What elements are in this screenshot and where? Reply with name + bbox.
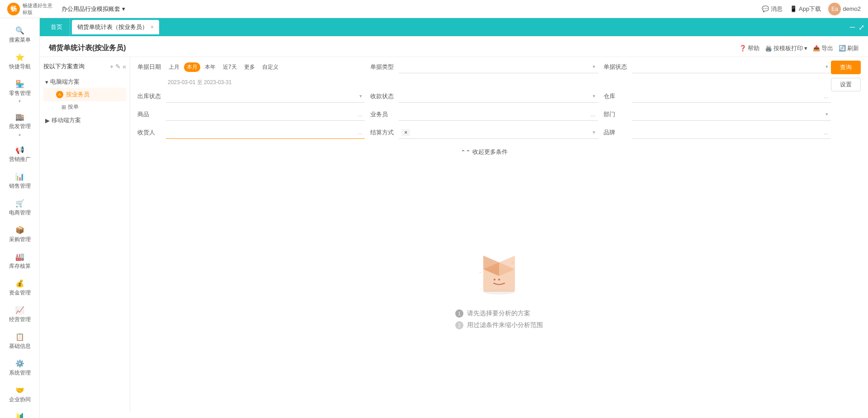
ellipsis-icon[interactable]: ... bbox=[358, 129, 362, 136]
sidebar-item-search[interactable]: 🔍 搜索菜单 bbox=[0, 22, 39, 48]
scheme-desktop-group-title[interactable]: ▾ 电脑端方案 bbox=[43, 76, 126, 88]
page-content: 销货单统计表(按业务员) ❓ 帮助 🖨️ 按模板打印 ▾ 📤 bbox=[40, 36, 868, 418]
scheme-header-icons: + ✎ « bbox=[110, 63, 126, 70]
print-icon: 🖨️ bbox=[765, 45, 772, 52]
payment-status-select[interactable]: ▾ bbox=[399, 90, 598, 103]
help-btn[interactable]: ❓ 帮助 bbox=[739, 44, 760, 52]
step-2-num: 2 bbox=[455, 321, 463, 329]
collapse-btn[interactable]: ⌃⌃ 收起更多条件 bbox=[461, 148, 508, 156]
warehouse-input[interactable]: ... bbox=[632, 90, 831, 103]
user-menu-btn[interactable]: Ea demo2 bbox=[828, 3, 861, 15]
filter-salesperson: 业务员 ... bbox=[370, 108, 598, 121]
app-selector[interactable]: 办公用品行业模拟账套 ▾ bbox=[61, 5, 125, 13]
sidebar-item-basic[interactable]: 📋 基础信息 bbox=[0, 328, 39, 355]
sidebar-item-inventory[interactable]: 🏭 库存核算 bbox=[0, 248, 39, 275]
filter-doc-status: 单据状态 ▾ bbox=[604, 61, 831, 73]
add-scheme-icon[interactable]: + bbox=[110, 63, 113, 70]
collapse-scheme-icon[interactable]: « bbox=[123, 63, 126, 70]
step-1-num: 1 bbox=[455, 309, 463, 318]
app-download-btn[interactable]: 📱 App下载 bbox=[790, 5, 821, 13]
department-select[interactable]: ▾ bbox=[632, 108, 831, 121]
logo-icon: 畅 bbox=[7, 3, 20, 15]
scheme-item-by-salesperson[interactable]: A 按业务员 bbox=[43, 88, 126, 101]
sidebar-item-ecommerce[interactable]: 🛒 电商管理 bbox=[0, 195, 39, 221]
filter-settlement: 结算方式 × ▾ bbox=[370, 126, 598, 139]
chevron-down-icon: ▾ bbox=[593, 93, 595, 99]
settings-btn[interactable]: 设置 bbox=[831, 78, 861, 91]
svg-text:✦: ✦ bbox=[479, 271, 482, 275]
refresh-btn[interactable]: 🔄 刷新 bbox=[839, 44, 859, 52]
date-this-year-btn[interactable]: 本年 bbox=[202, 62, 218, 72]
doc-status-select[interactable]: ▾ bbox=[632, 61, 831, 73]
query-btn[interactable]: 查询 bbox=[831, 61, 861, 74]
tab-expand-btn[interactable]: ⤢ bbox=[859, 23, 864, 32]
print-btn[interactable]: 🖨️ 按模板打印 ▾ bbox=[765, 44, 807, 52]
sidebar-item-system[interactable]: ⚙️ 系统管理 bbox=[0, 355, 39, 381]
page-title: 销货单统计表(按业务员) bbox=[49, 43, 126, 53]
scheme-desktop-group: ▾ 电脑端方案 A 按业务员 ⊞ 按单 bbox=[43, 76, 126, 113]
date-last7-btn[interactable]: 近7天 bbox=[220, 62, 240, 72]
edit-scheme-icon[interactable]: ✎ bbox=[115, 63, 121, 70]
filter-container: 按以下方案查询 + ✎ « ▾ 电脑端方案 bbox=[40, 57, 868, 412]
doc-type-select[interactable]: ▾ bbox=[399, 61, 598, 73]
department-label: 部门 bbox=[604, 110, 628, 119]
sidebar-item-wholesale[interactable]: 🏬 批发管理 ▴ bbox=[0, 108, 39, 141]
date-last-month-btn[interactable]: 上月 bbox=[166, 62, 182, 72]
scheme-mobile-group-title[interactable]: ▶ 移动端方案 bbox=[43, 114, 126, 126]
receiver-label: 收货人 bbox=[137, 128, 162, 137]
sidebar-item-shortcut[interactable]: ⭐ 快捷导航 bbox=[0, 48, 39, 75]
goods-input[interactable]: ... bbox=[166, 108, 365, 121]
scheme-subitem-by-doc[interactable]: ⊞ 按单 bbox=[43, 101, 126, 113]
sidebar-item-guide[interactable]: 🔰 新手引导 bbox=[0, 408, 39, 418]
chevron-down-icon: ▾ bbox=[593, 129, 595, 135]
message-btn[interactable]: 💬 消息 bbox=[762, 5, 783, 13]
mobile-group-label: 移动端方案 bbox=[52, 116, 81, 124]
tab-sales-stat[interactable]: 销货单统计表（按业务员） × bbox=[72, 20, 159, 34]
tab-close-icon[interactable]: × bbox=[151, 24, 154, 30]
sidebar-item-enterprise[interactable]: 🤝 企业协同 bbox=[0, 381, 39, 408]
retail-icon: 🏪 bbox=[15, 80, 24, 88]
scheme-panel: 按以下方案查询 + ✎ « ▾ 电脑端方案 bbox=[40, 57, 130, 412]
sidebar-item-label: 库存核算 bbox=[9, 262, 31, 270]
sidebar-item-marketing[interactable]: 📢 营销推广 bbox=[0, 141, 39, 168]
filter-row-1: 单据日期 上月 本月 本年 近7天 更多 自定义 bbox=[137, 61, 831, 73]
step-1-label: 请先选择要分析的方案 bbox=[467, 309, 530, 318]
sidebar-item-finance[interactable]: 💰 资金管理 bbox=[0, 275, 39, 301]
sidebar-item-label: 零售管理 bbox=[9, 90, 31, 97]
chevron-down-icon: ▾ bbox=[593, 64, 595, 70]
sidebar-item-purchase[interactable]: 📦 采购管理 bbox=[0, 221, 39, 248]
star-icon: ⭐ bbox=[15, 53, 24, 62]
chevron-right-icon: ▶ bbox=[45, 117, 50, 124]
settlement-select[interactable]: × ▾ bbox=[399, 126, 598, 139]
ellipsis-icon[interactable]: ... bbox=[824, 129, 828, 136]
tab-home[interactable]: 首页 bbox=[43, 18, 70, 36]
collapse-label: 收起更多条件 bbox=[472, 148, 508, 156]
sidebar-item-operation[interactable]: 📈 经营管理 bbox=[0, 301, 39, 328]
tag-close-icon[interactable]: × bbox=[404, 129, 407, 136]
date-this-month-btn[interactable]: 本月 bbox=[184, 62, 200, 72]
filter-department: 部门 ▾ bbox=[604, 108, 831, 121]
sidebar-item-label: 快捷导航 bbox=[9, 63, 31, 71]
chevron-down-icon: ▾ bbox=[45, 79, 48, 86]
ellipsis-icon[interactable]: ... bbox=[591, 111, 595, 118]
tab-active-label: 销货单统计表（按业务员） bbox=[77, 23, 148, 31]
ellipsis-icon[interactable]: ... bbox=[358, 111, 362, 118]
page-header: 销货单统计表(按业务员) ❓ 帮助 🖨️ 按模板打印 ▾ 📤 bbox=[40, 36, 868, 57]
brand-label: 品牌 bbox=[604, 128, 628, 137]
ellipsis-icon[interactable]: ... bbox=[824, 93, 828, 100]
receiver-input[interactable]: ... bbox=[166, 126, 365, 139]
query-actions: 查询 设置 bbox=[831, 57, 868, 162]
download-icon: 📱 bbox=[790, 5, 797, 12]
out-status-label: 出库状态 bbox=[137, 92, 162, 100]
date-custom-btn[interactable]: 自定义 bbox=[259, 62, 281, 72]
sidebar-item-retail[interactable]: 🏪 零售管理 ▾ bbox=[0, 75, 39, 108]
brand-input[interactable]: ... bbox=[632, 126, 831, 139]
date-more-btn[interactable]: 更多 bbox=[241, 62, 258, 72]
salesperson-input[interactable]: ... bbox=[399, 108, 598, 121]
out-status-select[interactable]: ▾ bbox=[166, 90, 365, 103]
tab-minimize-btn[interactable]: ─ bbox=[850, 23, 855, 31]
wholesale-icon: 🏬 bbox=[15, 113, 24, 121]
sidebar-item-sales[interactable]: 📊 销售管理 bbox=[0, 168, 39, 195]
form-main: 单据日期 上月 本月 本年 近7天 更多 自定义 bbox=[130, 57, 831, 162]
export-btn[interactable]: 📤 导出 bbox=[813, 44, 833, 52]
